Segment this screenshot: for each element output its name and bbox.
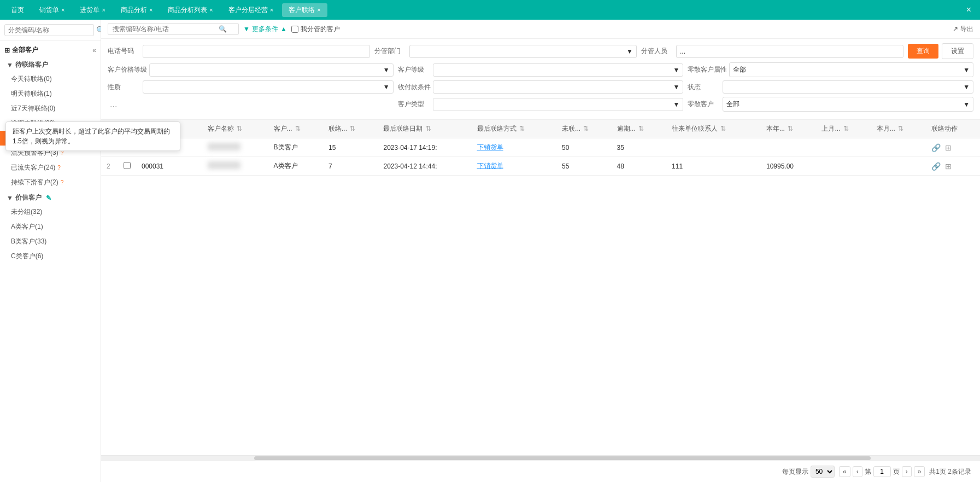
dept-select[interactable]: ▼ — [409, 45, 637, 58]
th-contact-person: 往来单位联系人 ⇅ — [666, 120, 761, 138]
pending-section-label: 待联络客户 — [15, 60, 48, 69]
filter-customer-type: 客户类型 ▼ — [398, 98, 684, 111]
sort-name-icon[interactable]: ⇅ — [237, 125, 242, 132]
search-box: 🔍 — [108, 23, 239, 35]
sidebar-item-declining[interactable]: 持续下滑客户(2) ? — [0, 175, 101, 190]
nav-analysis-close[interactable]: × — [149, 7, 152, 13]
row2-checkbox[interactable] — [118, 157, 136, 176]
sidebar-all-customers[interactable]: ⊞ 全部客户 « — [0, 41, 101, 57]
sort-tmonth-icon[interactable]: ⇅ — [898, 125, 903, 132]
sidebar-search-area: 🔍 — [0, 20, 101, 41]
main-search-input[interactable] — [113, 25, 216, 33]
nav-analysis-list[interactable]: 商品分析列表 × — [161, 3, 219, 17]
table-header-row: ⚙ 客户编码 ⇅ 客户名称 ⇅ 客户... — [101, 120, 980, 138]
nav-analysis-label: 商品分析 — [121, 5, 147, 15]
sidebar-search-input[interactable] — [4, 24, 94, 36]
nav-sales[interactable]: 销货单 × — [33, 3, 71, 17]
customer-type-select[interactable]: ▼ — [433, 98, 684, 111]
nav-purchase-close[interactable]: × — [102, 7, 105, 13]
sidebar-item-7days[interactable]: 近7天待联络(0) — [0, 101, 101, 116]
last-page-button[interactable]: » — [914, 466, 925, 477]
my-customers-checkbox[interactable] — [291, 26, 298, 33]
sidebar-item-today[interactable]: 今天待联络(0) — [0, 72, 101, 86]
filter-actions: 查询 设置 — [908, 43, 973, 59]
sort-date-icon[interactable]: ⇅ — [426, 125, 431, 132]
churned-label: 已流失客户(24) — [11, 163, 55, 172]
manager-value: ... — [680, 48, 685, 55]
row2-last-date: 2023-04-12 14:44: — [378, 157, 471, 176]
payment-select[interactable]: ▼ — [433, 80, 684, 94]
edit-icon[interactable]: ✎ — [46, 194, 51, 202]
sort-overdue-icon[interactable]: ⇅ — [638, 125, 644, 132]
first-page-button[interactable]: « — [839, 466, 850, 477]
th-uncontacted: 未联... ⇅ — [556, 120, 611, 138]
nav-analysis[interactable]: 商品分析 × — [114, 3, 159, 17]
filter-row-1: 电话号码 分管部门 ▼ 分管人员 ... 查询 — [108, 43, 973, 59]
next-page-button[interactable]: › — [902, 466, 912, 477]
triangle2-icon: ▼ — [7, 194, 13, 202]
filter-status: 状态 ▼ — [688, 80, 973, 94]
price-grade-select[interactable]: ▼ — [149, 63, 394, 77]
settings-button[interactable]: 设置 — [942, 43, 973, 59]
row2-contact-person: 111 — [666, 157, 761, 176]
sidebar-item-c-class[interactable]: C类客户(6) — [0, 249, 101, 264]
filter-row-4: ... 客户类型 ▼ 零散客户 全部 ▼ — [108, 97, 973, 112]
nav-home[interactable]: 首页 — [4, 3, 31, 17]
sort-year-icon[interactable]: ⇅ — [788, 125, 793, 132]
sidebar-item-tomorrow[interactable]: 明天待联络(1) — [0, 86, 101, 101]
scrollbar-thumb[interactable] — [254, 456, 871, 460]
row1-grid-icon[interactable]: ⊞ — [945, 143, 952, 152]
horizontal-scrollbar[interactable] — [101, 455, 980, 461]
per-page-area: 每页显示 50 — [782, 466, 835, 478]
close-all-button[interactable]: × — [962, 3, 976, 17]
more-dots[interactable]: ... — [108, 100, 119, 109]
content-area: 🔍 ▼ 更多条件 ▲ 我分管的客户 ↗ 导出 电话号码 — [101, 20, 980, 482]
filter-price-grade: 客户价格等级 ▼ — [108, 63, 394, 77]
row1-method-link[interactable]: 下销货单 — [477, 143, 503, 151]
sort-method-icon[interactable]: ⇅ — [519, 125, 525, 132]
nav-analysis-list-close[interactable]: × — [209, 7, 213, 13]
sidebar-item-churned[interactable]: 已流失客户(24) ? — [0, 160, 101, 175]
row2-link-icon[interactable]: 🔗 — [931, 162, 941, 171]
nav-customer-contact-close[interactable]: × — [317, 7, 320, 13]
nav-customer-seg[interactable]: 客户分层经营 × — [222, 3, 280, 17]
query-button[interactable]: 查询 — [908, 44, 938, 59]
nav-purchase[interactable]: 进货单 × — [73, 3, 112, 17]
sort-person-icon[interactable]: ⇅ — [720, 125, 726, 132]
sort-type-icon[interactable]: ⇅ — [295, 125, 301, 132]
row2-grid-icon[interactable]: ⊞ — [945, 162, 952, 171]
collapse-icon[interactable]: « — [92, 47, 96, 54]
retail-customer-select[interactable]: 全部 ▼ — [723, 97, 973, 112]
price-grade-label: 客户价格等级 — [108, 65, 147, 74]
per-page-select[interactable]: 50 — [811, 466, 835, 478]
export-button[interactable]: ↗ 导出 — [953, 25, 973, 34]
sort-lmonth-icon[interactable]: ⇅ — [843, 125, 849, 132]
nav-sales-close[interactable]: × — [61, 7, 64, 13]
nav-customer-contact[interactable]: 客户联络 × — [282, 3, 327, 17]
retail-customer-label: 零散客户 — [688, 100, 720, 109]
row1-link-icon[interactable]: 🔗 — [931, 143, 941, 152]
sidebar-item-b-class[interactable]: B类客户(33) — [0, 234, 101, 249]
retail-attr-select[interactable]: 全部 ▼ — [729, 62, 973, 77]
nav-customer-seg-close[interactable]: × — [270, 7, 273, 13]
sort-contact-icon[interactable]: ⇅ — [350, 125, 355, 132]
sidebar-item-a-class[interactable]: A类客户(1) — [0, 219, 101, 234]
sidebar-item-ungroup[interactable]: 未分组(32) — [0, 205, 101, 219]
status-select[interactable]: ▼ — [723, 80, 973, 94]
more-conditions-button[interactable]: ▼ 更多条件 ▲ — [243, 25, 287, 34]
prev-page-button[interactable]: ‹ — [853, 466, 862, 477]
manager-select[interactable]: ... — [676, 45, 903, 58]
row2-method-link[interactable]: 下销货单 — [477, 162, 503, 170]
declining-badge: ? — [61, 179, 64, 185]
filter-retail-customer: 零散客户 全部 ▼ — [688, 97, 973, 112]
nature-select[interactable]: ▼ — [143, 80, 394, 94]
7days-contact-label: 近7天待联络(0) — [11, 104, 55, 113]
sidebar-search-icon[interactable]: 🔍 — [96, 26, 101, 34]
phone-input[interactable] — [143, 45, 370, 58]
main-search-icon[interactable]: 🔍 — [219, 25, 227, 33]
sort-uncontacted-icon[interactable]: ⇅ — [583, 125, 589, 132]
page-number-input[interactable] — [873, 466, 891, 477]
row2-select[interactable] — [124, 162, 131, 169]
customer-grade-select[interactable]: ▼ — [433, 63, 684, 77]
table-row: 2 000031 A类客户 7 2023-04-12 14:44: — [101, 157, 980, 176]
